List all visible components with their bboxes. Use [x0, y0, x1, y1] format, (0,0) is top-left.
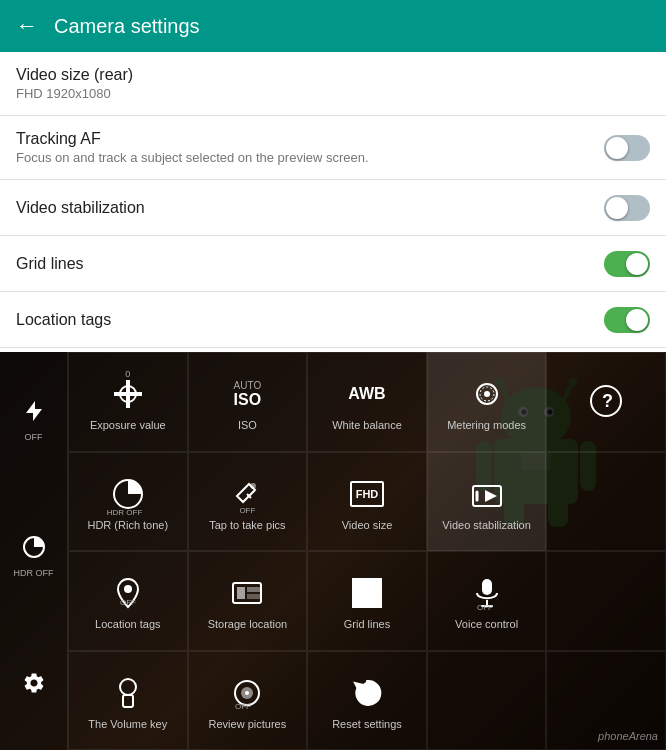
awb-button[interactable]: AWB White balance: [307, 352, 427, 452]
volume-item-icon: [107, 672, 149, 714]
grid-lines-label: Grid lines: [16, 255, 604, 273]
awb-text: AWB: [348, 385, 385, 403]
svg-point-31: [124, 585, 132, 593]
svg-marker-28: [485, 490, 497, 502]
help-icon: ?: [585, 380, 627, 422]
settings-item-video-size[interactable]: Video size (rear) FHD 1920x1080: [0, 52, 666, 116]
exposure-button[interactable]: 0 Exposure value: [68, 352, 188, 452]
review-item-button[interactable]: OFF Review pictures: [188, 651, 308, 751]
svg-point-46: [120, 679, 136, 695]
quick-settings-grid: 0 Exposure value AUTO ISO ISO AWB White …: [68, 352, 666, 750]
page-title: Camera settings: [54, 15, 200, 38]
video-stab-item-label: Video stabilization: [442, 519, 530, 532]
iso-text: ISO: [234, 391, 262, 409]
svg-text:OFF: OFF: [235, 702, 251, 711]
grid-item-button[interactable]: Grid lines: [307, 551, 427, 651]
voice-item-icon: OFF: [466, 572, 508, 614]
review-item-icon: OFF: [226, 672, 268, 714]
watermark: phoneArena: [598, 730, 658, 742]
tracking-af-toggle[interactable]: [604, 135, 650, 161]
svg-text:OFF: OFF: [120, 598, 136, 607]
video-stab-label: Video stabilization: [16, 199, 604, 217]
voice-item-button[interactable]: OFF Voice control: [427, 551, 547, 651]
video-stab-toggle[interactable]: [604, 195, 650, 221]
reset-item-label: Reset settings: [332, 718, 402, 731]
left-strip: OFF HDR OFF: [0, 352, 68, 750]
svg-rect-47: [123, 695, 133, 707]
location-item-icon: OFF: [107, 572, 149, 614]
storage-item-label: Storage location: [208, 618, 288, 631]
svg-rect-35: [247, 587, 261, 592]
settings-left-button[interactable]: [22, 671, 46, 704]
awb-icon: AWB: [346, 373, 388, 415]
exposure-label: Exposure value: [90, 419, 166, 432]
location-item-button[interactable]: OFF Location tags: [68, 551, 188, 651]
svg-rect-42: [482, 579, 492, 595]
metering-icon: [466, 373, 508, 415]
svg-text:?: ?: [602, 391, 613, 411]
help-button[interactable]: ?: [546, 352, 666, 452]
volume-item-button[interactable]: The Volume key: [68, 651, 188, 751]
empty-1: [546, 452, 666, 552]
location-tags-toggle[interactable]: [604, 307, 650, 333]
svg-rect-18: [126, 380, 130, 408]
settings-item-grid-lines[interactable]: Grid lines: [0, 236, 666, 292]
location-tags-label: Location tags: [16, 311, 604, 329]
storage-item-button[interactable]: Storage location: [188, 551, 308, 651]
svg-point-50: [245, 691, 249, 695]
exposure-badge: 0: [125, 369, 130, 379]
back-button[interactable]: ←: [16, 13, 38, 39]
flash-icon: [22, 399, 46, 429]
settings-item-video-stab[interactable]: Video stabilization: [0, 180, 666, 236]
awb-label: White balance: [332, 419, 402, 432]
video-stab-item-button[interactable]: Video stabilization: [427, 452, 547, 552]
grid-lines-toggle[interactable]: [604, 251, 650, 277]
iso-badge-auto: AUTO: [234, 380, 262, 391]
review-item-label: Review pictures: [209, 718, 287, 731]
tap-shoot-icon: OFF: [226, 473, 268, 515]
header: ← Camera settings: [0, 0, 666, 52]
hdr-item-icon: HDR OFF: [107, 473, 149, 515]
settings-left-icon: [22, 671, 46, 701]
video-size-item-label: Video size: [342, 519, 393, 532]
grid-item-icon: [346, 572, 388, 614]
reset-item-icon: [346, 672, 388, 714]
volume-item-label: The Volume key: [88, 718, 167, 731]
iso-icon: AUTO ISO: [226, 373, 268, 415]
tap-shoot-label: Tap to take pics: [209, 519, 285, 532]
hdr-badge: HDR OFF: [107, 508, 143, 517]
empty-2: [546, 551, 666, 651]
flash-button[interactable]: OFF: [22, 399, 46, 442]
tap-badge: OFF: [239, 506, 255, 515]
svg-text:OFF: OFF: [477, 603, 493, 611]
svg-rect-34: [237, 587, 245, 599]
iso-button[interactable]: AUTO ISO ISO: [188, 352, 308, 452]
tap-shoot-button[interactable]: OFF Tap to take pics: [188, 452, 308, 552]
hdr-left-label: HDR OFF: [14, 568, 54, 578]
reset-item-button[interactable]: Reset settings: [307, 651, 427, 751]
svg-marker-15: [26, 401, 42, 421]
hdr-item-label: HDR (Rich tone): [87, 519, 168, 532]
video-size-item-button[interactable]: FHD Video size: [307, 452, 427, 552]
storage-item-icon: [226, 572, 268, 614]
voice-item-label: Voice control: [455, 618, 518, 631]
settings-item-location-tags[interactable]: Location tags: [0, 292, 666, 348]
video-size-item-icon: FHD: [346, 473, 388, 515]
empty-3: [427, 651, 547, 751]
hdr-left-button[interactable]: HDR OFF: [14, 535, 54, 578]
svg-point-26: [250, 483, 256, 489]
metering-button[interactable]: Metering modes: [427, 352, 547, 452]
settings-item-tracking-af[interactable]: Tracking AF Focus on and track a subject…: [0, 116, 666, 180]
metering-label: Metering modes: [447, 419, 526, 432]
tracking-af-sublabel: Focus on and track a subject selected on…: [16, 150, 604, 165]
video-stab-item-icon: [466, 473, 508, 515]
flash-label: OFF: [25, 432, 43, 442]
hdr-item-button[interactable]: HDR OFF HDR (Rich tone): [68, 452, 188, 552]
grid-item-label: Grid lines: [344, 618, 390, 631]
exposure-icon: 0: [107, 373, 149, 415]
svg-rect-36: [247, 594, 261, 599]
svg-point-21: [484, 391, 490, 397]
video-size-label: Video size (rear): [16, 66, 650, 84]
hdr-left-icon: [22, 535, 46, 565]
location-item-label: Location tags: [95, 618, 160, 631]
